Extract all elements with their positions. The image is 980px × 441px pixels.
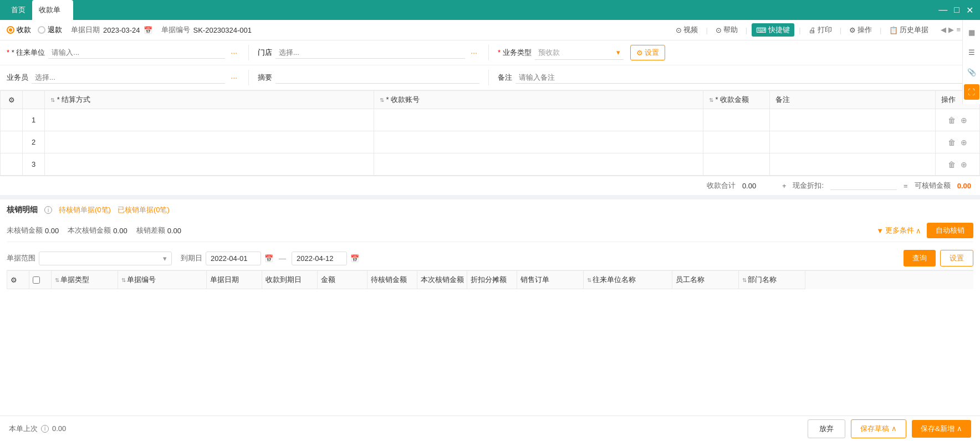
window-controls: — □ ✕: [936, 5, 976, 16]
settings-button[interactable]: ⚙ 设置: [630, 45, 665, 60]
amount-cell-3[interactable]: [703, 153, 769, 176]
receipt-table-container: ⚙ ⇅ * 结算方式 ⇅ * 收款账号 ⇅ * 收款金额: [0, 90, 980, 176]
done-tab[interactable]: 已核销单据(0笔): [118, 205, 170, 215]
settlement-cell-1[interactable]: [45, 109, 374, 131]
maximize-icon[interactable]: □: [952, 5, 962, 15]
more-filter-btn[interactable]: ▼ 更多条件 ∧: [876, 225, 921, 235]
calendar-from-icon[interactable]: 📅: [264, 254, 273, 263]
table-row: 1 🗑 ⊕: [1, 109, 980, 131]
range-select[interactable]: ▾: [39, 252, 172, 265]
note-cell-3[interactable]: [769, 153, 935, 176]
receipt-table: ⚙ ⇅ * 结算方式 ⇅ * 收款账号 ⇅ * 收款金额: [0, 90, 980, 176]
delete-row-3-icon[interactable]: 🗑: [948, 160, 956, 169]
toolbar-right: ⊙ 视频 | ⊙ 帮助 | ⌨ 快捷键 | 🖨 打印 | ⚙ 操作: [672, 23, 973, 37]
biz-type-value: 预收款: [538, 48, 560, 58]
select-all-checkbox[interactable]: [33, 276, 40, 284]
save-new-button[interactable]: 保存&新增 ∧: [912, 420, 971, 438]
prev-icon[interactable]: ◀: [941, 25, 946, 35]
list-view-icon[interactable]: ≡: [956, 25, 961, 35]
shortcut-btn[interactable]: ⌨ 快捷键: [752, 23, 794, 37]
discount-label: 现金折扣:: [793, 181, 824, 191]
help-btn[interactable]: ⊙ 帮助: [712, 24, 741, 36]
close-tab-icon[interactable]: ×: [63, 6, 67, 14]
radio-receipt[interactable]: 收款: [7, 25, 31, 35]
save-draft-button[interactable]: 保存草稿 ∧: [851, 419, 906, 438]
sort-icon-amount: ⇅: [709, 97, 713, 103]
bth-discount: 折扣分摊额: [467, 271, 517, 289]
sort-icon-account: ⇅: [380, 97, 384, 103]
bth-staff: 员工名称: [672, 271, 739, 289]
counterpart-input[interactable]: [48, 47, 225, 59]
calendar-icon[interactable]: 📅: [144, 26, 152, 34]
note-input[interactable]: [515, 71, 973, 84]
number-label: 单据编号: [161, 25, 190, 35]
total-value: 0.00: [742, 182, 775, 190]
sidebar-fullscreen-icon[interactable]: ⛶: [964, 84, 979, 100]
nav-home[interactable]: 首页: [4, 0, 32, 20]
settlement-cell-3[interactable]: [45, 153, 374, 176]
stat-diff: 核销差额 0.00: [136, 225, 181, 235]
calendar-to-icon[interactable]: 📅: [350, 254, 359, 263]
operation-btn[interactable]: ⚙ 操作: [846, 24, 875, 36]
amount-cell-1[interactable]: [703, 109, 769, 131]
history-btn[interactable]: 📋 历史单据: [886, 24, 932, 36]
sidebar-table-icon[interactable]: ▦: [964, 24, 979, 40]
minimize-icon[interactable]: —: [936, 5, 950, 15]
summary-input[interactable]: [275, 71, 479, 84]
summary-row: 收款合计 0.00 + 现金折扣: = 可核销金额 0.00: [0, 176, 980, 195]
pending-tab[interactable]: 待核销单据(0笔): [59, 205, 111, 215]
account-cell-1[interactable]: [374, 109, 703, 131]
staff-field: 业务员 ···: [7, 71, 239, 84]
history-icon: 📋: [889, 26, 898, 34]
footer-info: 本单上次 i 0.00: [9, 424, 66, 434]
close-window-icon[interactable]: ✕: [964, 5, 976, 16]
nav-receipt[interactable]: 收款单 ×: [32, 0, 73, 20]
next-icon[interactable]: ▶: [948, 25, 954, 35]
sidebar-attachment-icon[interactable]: 📎: [964, 64, 979, 80]
form-row-1: * * 往来单位 ··· 门店 ··· * 业务类型 预收款 ▾ ⚙: [0, 40, 980, 65]
delete-row-2-icon[interactable]: 🗑: [948, 138, 956, 147]
video-btn[interactable]: ⊙ 视频: [672, 24, 701, 36]
shop-more-btn[interactable]: ···: [468, 48, 479, 57]
sidebar-list-icon[interactable]: ☰: [964, 44, 979, 60]
auto-hexiao-btn[interactable]: 自动核销: [927, 223, 973, 238]
account-cell-3[interactable]: [374, 153, 703, 176]
bth-checkbox[interactable]: [29, 271, 52, 289]
section-divider: [0, 195, 980, 199]
account-cell-2[interactable]: [374, 131, 703, 153]
select-range-arrow: ▾: [163, 254, 167, 263]
note-cell-1[interactable]: [769, 109, 935, 131]
counterpart-more-btn[interactable]: ···: [228, 48, 239, 57]
staff-more-btn[interactable]: ···: [228, 73, 239, 82]
video-icon: ⊙: [676, 26, 682, 34]
delete-row-1-icon[interactable]: 🗑: [948, 116, 956, 125]
copy-row-2-icon[interactable]: ⊕: [961, 138, 967, 147]
radio-refund[interactable]: 退款: [38, 25, 62, 35]
note-cell-2[interactable]: [769, 131, 935, 153]
hexiao-settings-btn[interactable]: 设置: [940, 250, 973, 266]
bth-pending-amount: 待核销金额: [368, 271, 417, 289]
equals-sign: =: [904, 182, 908, 190]
settlement-cell-2[interactable]: [45, 131, 374, 153]
help-icon: ⊙: [716, 26, 722, 34]
copy-row-1-icon[interactable]: ⊕: [961, 116, 967, 125]
query-btn[interactable]: 查询: [904, 250, 936, 266]
amount-cell-2[interactable]: [703, 131, 769, 153]
copy-row-3-icon[interactable]: ⊕: [961, 160, 967, 169]
counterpart-field: * * 往来单位 ···: [7, 47, 239, 59]
hexiao-info-icon[interactable]: i: [44, 206, 52, 214]
shop-input[interactable]: [275, 47, 465, 59]
due-date-from-input[interactable]: [206, 252, 261, 265]
current-info-icon[interactable]: i: [41, 425, 49, 433]
abandon-button[interactable]: 放弃: [808, 419, 845, 438]
bth-settings[interactable]: ⚙: [7, 271, 29, 289]
due-date-to-input[interactable]: [292, 252, 347, 265]
table-settings-header[interactable]: ⚙: [1, 91, 23, 109]
settlement-header: ⇅ * 结算方式: [45, 91, 374, 109]
sort-icon: ⇅: [587, 277, 591, 283]
discount-input[interactable]: [830, 181, 897, 190]
biz-type-select[interactable]: 预收款 ▾: [535, 46, 624, 60]
print-btn[interactable]: 🖨 打印: [805, 24, 835, 36]
right-sidebar: ▦ ☰ 📎 ⛶: [962, 20, 980, 104]
staff-input[interactable]: [32, 71, 225, 84]
